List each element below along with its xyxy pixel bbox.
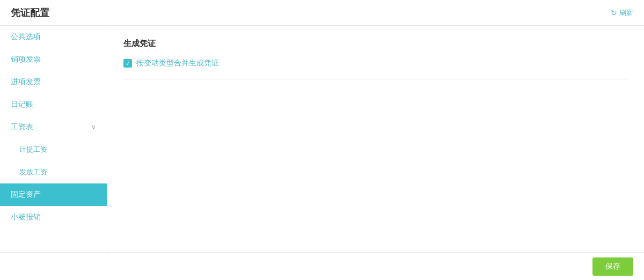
refresh-label: 刷新 [619, 8, 633, 18]
sidebar-item-label: 销项发票 [11, 55, 41, 64]
refresh-button[interactable]: ↻ 刷新 [611, 8, 633, 18]
sidebar-item-purchase-invoice[interactable]: 进项发票 [0, 71, 107, 93]
checkbox-label[interactable]: 按变动类型合并生成凭证 [136, 58, 219, 68]
merge-checkbox[interactable]: ✓ [123, 59, 132, 68]
sidebar-item-public-options[interactable]: 公共选项 [0, 26, 107, 48]
sidebar-item-fixed-assets[interactable]: 固定资产 [0, 183, 107, 206]
chevron-down-icon: ∨ [91, 123, 96, 131]
sidebar-item-pay-salary[interactable]: 发放工资 [0, 161, 107, 183]
sidebar: 公共选项销项发票进项发票日记账工资表∨计提工资发放工资固定资产小畅报销 [0, 26, 107, 252]
sidebar-item-expense-report[interactable]: 小畅报销 [0, 206, 107, 229]
check-mark-icon: ✓ [126, 61, 130, 67]
content-area: 公共选项销项发票进项发票日记账工资表∨计提工资发放工资固定资产小畅报销 生成凭证… [0, 26, 644, 252]
save-button[interactable]: 保存 [592, 257, 633, 276]
sidebar-item-label: 固定资产 [11, 190, 41, 200]
page-title: 凭证配置 [11, 6, 49, 19]
section-title: 生成凭证 [123, 39, 628, 49]
page-wrapper: 凭证配置 ↻ 刷新 公共选项销项发票进项发票日记账工资表∨计提工资发放工资固定资… [0, 0, 644, 280]
sidebar-item-journal[interactable]: 日记账 [0, 93, 107, 116]
sidebar-item-label: 工资表 [11, 122, 33, 132]
sidebar-item-label: 公共选项 [11, 32, 41, 42]
sidebar-item-label: 发放工资 [19, 167, 47, 177]
main-content: 生成凭证 ✓ 按变动类型合并生成凭证 [107, 26, 644, 252]
sidebar-item-label: 小畅报销 [11, 212, 41, 222]
sidebar-item-label: 计提工资 [19, 145, 47, 154]
refresh-icon: ↻ [611, 9, 617, 17]
sidebar-item-label: 进项发票 [11, 77, 41, 87]
sidebar-item-label: 日记账 [11, 100, 33, 109]
section-divider [123, 79, 628, 79]
checkbox-row: ✓ 按变动类型合并生成凭证 [123, 58, 628, 68]
header: 凭证配置 ↻ 刷新 [0, 0, 644, 26]
sidebar-item-accrued-salary[interactable]: 计提工资 [0, 138, 107, 161]
sidebar-item-sales-invoice[interactable]: 销项发票 [0, 48, 107, 71]
sidebar-item-payroll-table[interactable]: 工资表∨ [0, 116, 107, 138]
footer: 保存 [0, 252, 644, 280]
